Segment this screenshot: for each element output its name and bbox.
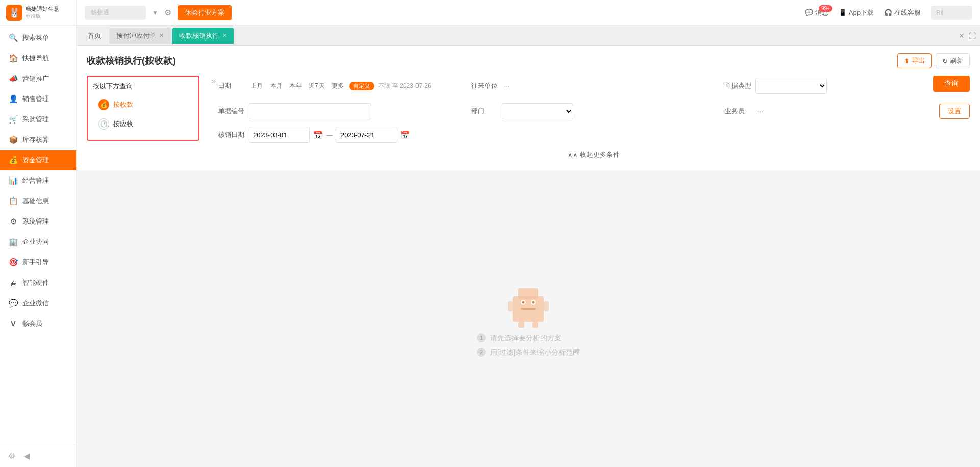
sidebar-item-finance[interactable]: 💰 资金管理 bbox=[0, 150, 76, 170]
sidebar-item-label: 销售管理 bbox=[22, 94, 49, 104]
collapse-filter-arrow[interactable]: » bbox=[209, 76, 218, 87]
logo-sub: 标准版 bbox=[26, 13, 59, 20]
sidebar-item-sales[interactable]: 👤 销售管理 bbox=[0, 89, 76, 109]
filter-panel: 按以下方查询 💰 按收款 🕐 按应收 » 日期 bbox=[77, 68, 980, 170]
dropdown-icon[interactable]: ▼ bbox=[152, 9, 158, 16]
message-button[interactable]: 💬 消息 99+ bbox=[805, 8, 828, 17]
tab-prepay-close[interactable]: ✕ bbox=[159, 32, 164, 39]
sidebar-item-system[interactable]: ⚙ 系统管理 bbox=[0, 211, 76, 232]
sidebar-bottom: ⚙ ◀ bbox=[0, 445, 76, 467]
this-year-btn[interactable]: 本年 bbox=[287, 81, 304, 91]
setting-button[interactable]: 设置 bbox=[939, 104, 970, 119]
filter-panel-title: 按以下方查询 bbox=[93, 82, 193, 91]
sidebar-item-wechat[interactable]: 💬 企业微信 bbox=[0, 293, 76, 313]
maximize-button[interactable]: ⛶ bbox=[969, 32, 976, 40]
export-icon: ⬆ bbox=[904, 57, 910, 65]
sidebar-item-search[interactable]: 🔍 搜索菜单 bbox=[0, 28, 76, 48]
dept-field: 部门 bbox=[471, 103, 716, 119]
sidebar-item-label: 新手引导 bbox=[22, 258, 49, 267]
setting-action-col: 设置 bbox=[929, 104, 970, 119]
end-calendar-icon[interactable]: 📅 bbox=[400, 130, 410, 140]
sidebar-item-quick-nav[interactable]: 🏠 快捷导航 bbox=[0, 48, 76, 68]
tip-text-2: 用[过滤]条件来缩小分析范围 bbox=[490, 345, 580, 359]
user-menu[interactable]: Rit bbox=[931, 6, 972, 20]
close-all-tabs-button[interactable]: ✕ bbox=[959, 32, 965, 40]
tab-prepay[interactable]: 预付冲应付单 ✕ bbox=[109, 28, 171, 44]
sidebar-item-label: 采购管理 bbox=[22, 115, 49, 124]
corp-icon: 🏢 bbox=[8, 237, 18, 247]
filter-row-1: 日期 上月 本月 本年 近7天 更多 自定义 不限 至 2023-07-26 往… bbox=[218, 76, 970, 96]
writeoff-date-label: 核销日期 bbox=[218, 130, 244, 139]
receivable-icon: 🕐 bbox=[98, 118, 109, 130]
last-7days-btn[interactable]: 近7天 bbox=[307, 81, 327, 91]
refresh-button[interactable]: ↻ 刷新 bbox=[936, 53, 970, 68]
online-service-button[interactable]: 🎧 在线客服 bbox=[884, 8, 921, 17]
custom-date-badge[interactable]: 自定义 bbox=[349, 82, 374, 90]
last-month-btn[interactable]: 上月 bbox=[249, 81, 265, 91]
counterparty-label: 往来单位 bbox=[471, 81, 498, 90]
empty-tip-1: 1 请先选择要分析的方案 bbox=[477, 331, 580, 345]
app-label: App下载 bbox=[849, 8, 874, 17]
sidebar-item-label: 系统管理 bbox=[22, 217, 49, 226]
sales-icon: 👤 bbox=[8, 94, 18, 104]
sidebar-item-member[interactable]: V 畅会员 bbox=[0, 313, 76, 334]
gear-icon[interactable]: ⚙ bbox=[164, 8, 172, 17]
start-calendar-icon[interactable]: 📅 bbox=[313, 130, 323, 140]
counterparty-ellipsis[interactable]: ··· bbox=[502, 82, 512, 90]
sidebar-item-hardware[interactable]: 🖨 智能硬件 bbox=[0, 273, 76, 293]
sidebar-item-marketing[interactable]: 📣 营销推广 bbox=[0, 68, 76, 89]
dept-select[interactable] bbox=[502, 103, 573, 119]
tab-home[interactable]: 首页 bbox=[81, 28, 108, 44]
writeoff-start-input[interactable] bbox=[249, 127, 310, 143]
doc-type-select[interactable] bbox=[755, 78, 827, 94]
sidebar-item-label: 智能硬件 bbox=[22, 278, 49, 287]
query-button[interactable]: 查询 bbox=[933, 76, 970, 92]
topbar: 畅捷通 ▼ ⚙ 休验行业方案 💬 消息 99+ 📱 App下载 🎧 在线客服 R… bbox=[77, 0, 980, 26]
this-month-btn[interactable]: 本月 bbox=[268, 81, 284, 91]
staff-field: 业务员 ··· bbox=[725, 107, 921, 116]
empty-state: 1 请先选择要分析的方案 2 用[过滤]条件来缩小分析范围 bbox=[77, 170, 980, 467]
date-range-dash: — bbox=[326, 131, 333, 139]
collapse-more-button[interactable]: ∧∧ 收起更多条件 bbox=[568, 150, 620, 159]
solution-button[interactable]: 休验行业方案 bbox=[178, 5, 232, 20]
more-dates-btn[interactable]: 更多 bbox=[330, 81, 346, 91]
sidebar-item-inventory[interactable]: 📦 库存核算 bbox=[0, 130, 76, 150]
sidebar-item-operations[interactable]: 📊 经营管理 bbox=[0, 170, 76, 191]
filter-option-by-receivable[interactable]: 🕐 按应收 bbox=[93, 115, 193, 133]
sidebar-item-guide[interactable]: 🎯 新手引导 bbox=[0, 252, 76, 273]
collapse-sidebar-icon[interactable]: ◀ bbox=[23, 451, 30, 461]
page-title: 收款核销执行(按收款) bbox=[87, 55, 176, 67]
settings-icon[interactable]: ⚙ bbox=[8, 451, 15, 461]
filter-row-3: 核销日期 📅 — 📅 bbox=[218, 127, 970, 143]
main-area: 畅捷通 ▼ ⚙ 休验行业方案 💬 消息 99+ 📱 App下载 🎧 在线客服 R… bbox=[77, 0, 980, 467]
service-label: 在线客服 bbox=[894, 8, 921, 17]
user-name: Rit bbox=[936, 9, 944, 16]
tab-receipt-offset[interactable]: 收款核销执行 ✕ bbox=[172, 28, 234, 44]
app-icon: 📱 bbox=[839, 9, 847, 16]
filter-fields: 日期 上月 本月 本年 近7天 更多 自定义 不限 至 2023-07-26 往… bbox=[218, 76, 970, 163]
doc-no-input[interactable] bbox=[249, 103, 371, 119]
filter-row-2: 单据编号 部门 业务员 ··· 设置 bbox=[218, 103, 970, 119]
chevron-up-icon: ∧∧ bbox=[568, 151, 578, 159]
sidebar-item-basic-info[interactable]: 📋 基础信息 bbox=[0, 191, 76, 211]
tab-receipt-offset-close[interactable]: ✕ bbox=[222, 32, 227, 39]
sidebar-item-label: 营销推广 bbox=[22, 74, 49, 83]
export-button[interactable]: ⬆ 导出 bbox=[897, 53, 932, 68]
sidebar-item-label: 快捷导航 bbox=[22, 54, 49, 63]
brand-label: 畅捷通 bbox=[91, 8, 109, 17]
date-field: 日期 上月 本月 本年 近7天 更多 自定义 不限 至 2023-07-26 bbox=[218, 81, 463, 91]
tabbar: 首页 预付冲应付单 ✕ 收款核销执行 ✕ ✕ ⛶ bbox=[77, 26, 980, 46]
filter-option-by-receipt[interactable]: 💰 按收款 bbox=[93, 96, 193, 113]
writeoff-end-input[interactable] bbox=[336, 127, 397, 143]
doc-type-label: 单据类型 bbox=[725, 81, 751, 90]
staff-ellipsis[interactable]: ··· bbox=[755, 107, 766, 115]
system-icon: ⚙ bbox=[8, 216, 18, 227]
sidebar-item-corp[interactable]: 🏢 企业协同 bbox=[0, 232, 76, 252]
brand-selector[interactable]: 畅捷通 bbox=[85, 6, 146, 20]
writeoff-date-field: 核销日期 📅 — 📅 bbox=[218, 127, 970, 143]
refresh-label: 刷新 bbox=[950, 56, 963, 65]
app-download-button[interactable]: 📱 App下载 bbox=[839, 8, 874, 17]
sidebar-item-label: 企业协同 bbox=[22, 237, 49, 247]
sidebar-item-purchase[interactable]: 🛒 采购管理 bbox=[0, 109, 76, 130]
doc-no-label: 单据编号 bbox=[218, 107, 244, 116]
